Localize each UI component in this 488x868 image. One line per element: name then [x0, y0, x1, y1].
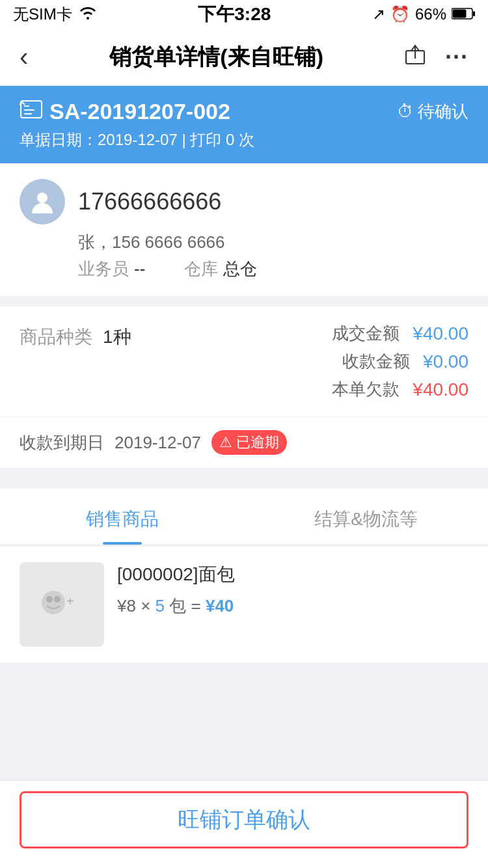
owed-amount-line: 本单欠款 ¥40.00 — [332, 378, 468, 401]
divider-2 — [0, 468, 488, 478]
bottom-bar: 旺铺订单确认 — [0, 780, 488, 868]
received-amount-value: ¥0.00 — [423, 351, 468, 372]
battery-text: 66% — [415, 5, 446, 23]
more-button[interactable]: ··· — [445, 44, 468, 71]
owed-amount-label: 本单欠款 — [332, 378, 400, 401]
customer-phone: 17666666666 — [78, 188, 221, 215]
received-amount-line: 收款金额 ¥0.00 — [342, 350, 468, 373]
svg-text:+: + — [66, 594, 74, 608]
deal-amount-label: 成交金额 — [332, 322, 400, 345]
header-banner: SA-20191207-002 ⏱ 待确认 单据日期：2019-12-07 | … — [0, 86, 488, 163]
product-name: [0000002]面包 — [117, 562, 468, 587]
tab-products[interactable]: 销售商品 — [0, 489, 244, 545]
wifi-icon — [79, 5, 97, 23]
overdue-text: 已逾期 — [236, 433, 279, 452]
clock-icon: ⏱ — [397, 102, 414, 122]
order-icon — [20, 99, 43, 124]
tabs-section: 销售商品 结算&物流等 — [0, 489, 488, 545]
tab-settlement[interactable]: 结算&物流等 — [244, 489, 488, 545]
warehouse-meta: 仓库 总仓 — [184, 258, 257, 280]
product-item: + [0000002]面包 ¥8 × 5 包 = ¥40 — [20, 562, 468, 647]
alarm-icon: ⏰ — [390, 5, 410, 23]
order-id: SA-20191207-002 — [20, 99, 230, 124]
carrier-text: 无SIM卡 — [13, 4, 72, 25]
due-date-label: 收款到期日 — [20, 431, 104, 454]
product-total: ¥40 — [206, 596, 234, 616]
status-right: ↗ ⏰ 66% — [372, 5, 475, 23]
customer-name: 张，156 6666 6666 — [78, 231, 468, 254]
due-date-value: 2019-12-07 — [115, 433, 201, 453]
warehouse-label: 仓库 — [184, 258, 218, 280]
nav-bar: ‹ 销货单详情(来自旺铺) ··· — [0, 29, 488, 86]
svg-point-7 — [42, 591, 65, 614]
received-amount-label: 收款金额 — [342, 350, 410, 373]
multiply-sign: × — [141, 596, 155, 616]
product-details: [0000002]面包 ¥8 × 5 包 = ¥40 — [117, 562, 468, 617]
overdue-warning-icon: ⚠ — [219, 434, 232, 451]
warehouse-value: 总仓 — [223, 258, 257, 280]
summary-right: 成交金额 ¥40.00 收款金额 ¥0.00 本单欠款 ¥40.00 — [332, 322, 468, 401]
status-left: 无SIM卡 — [13, 4, 97, 25]
avatar — [20, 179, 65, 224]
product-type-value: 1种 — [103, 325, 131, 349]
product-type-label: 商品种类 — [20, 325, 92, 349]
salesperson-meta: 业务员 -- — [78, 258, 145, 280]
back-button[interactable]: ‹ — [20, 42, 28, 72]
price-per-unit: ¥8 — [117, 596, 136, 616]
deal-amount-line: 成交金额 ¥40.00 — [332, 322, 468, 345]
confirm-button[interactable]: 旺铺订单确认 — [20, 791, 468, 848]
due-section: 收款到期日 2019-12-07 ⚠ 已逾期 — [0, 416, 488, 468]
location-icon: ↗ — [372, 5, 385, 23]
status-time: 下午3:28 — [198, 2, 271, 27]
salesperson-value: -- — [134, 259, 145, 279]
product-img-placeholder: + — [39, 586, 85, 623]
svg-point-6 — [37, 193, 47, 203]
nav-actions: ··· — [405, 44, 468, 71]
order-date: 单据日期：2019-12-07 | 打印 0 次 — [20, 129, 468, 150]
product-section: + [0000002]面包 ¥8 × 5 包 = ¥40 — [0, 547, 488, 662]
svg-point-8 — [46, 596, 53, 603]
overdue-badge: ⚠ 已逾期 — [211, 430, 287, 455]
deal-amount-value: ¥40.00 — [413, 323, 468, 344]
status-bar: 无SIM卡 下午3:28 ↗ ⏰ 66% — [0, 0, 488, 29]
page-title: 销货单详情(来自旺铺) — [109, 42, 323, 72]
salesperson-label: 业务员 — [78, 258, 129, 280]
equals-sign: = — [191, 596, 206, 616]
battery-icon — [452, 5, 475, 23]
product-price: ¥8 × 5 包 = ¥40 — [117, 595, 468, 617]
product-qty: 5 — [156, 596, 165, 616]
svg-point-9 — [54, 596, 61, 603]
owed-amount-value: ¥40.00 — [413, 379, 468, 400]
svg-rect-2 — [452, 10, 466, 18]
svg-rect-1 — [473, 11, 475, 16]
product-image: + — [20, 562, 104, 647]
divider-1 — [0, 296, 488, 306]
customer-meta: 业务员 -- 仓库 总仓 — [78, 258, 468, 280]
customer-section: 17666666666 张，156 6666 6666 业务员 -- 仓库 总仓 — [0, 163, 488, 296]
order-status: ⏱ 待确认 — [397, 100, 468, 123]
summary-section: 商品种类 1种 成交金额 ¥40.00 收款金额 ¥0.00 本单欠款 ¥40.… — [0, 306, 488, 416]
share-button[interactable] — [405, 44, 426, 70]
qty-unit: 包 — [169, 596, 186, 616]
